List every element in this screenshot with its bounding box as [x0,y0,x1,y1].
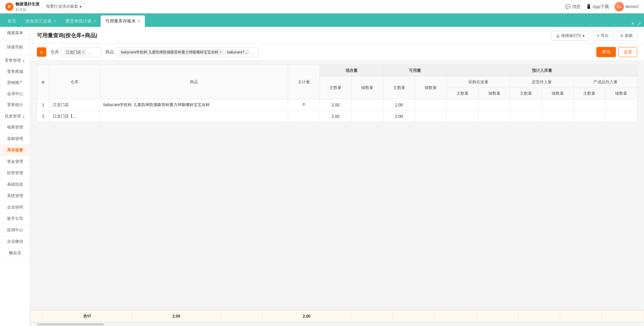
row-products-pending-main [574,111,605,122]
top-bar: 好 畅捷通好生意 标准版 母婴行业演示账套 ▾ 💬 消息 📱 App下载 Ea … [0,0,644,13]
sidebar-item-newbie[interactable]: 新手引导 [0,213,30,224]
sidebar-section-wholesale-header[interactable]: 批发管理 [0,111,30,122]
row-purchase-transit-aux [478,111,510,122]
summary-stock-aux [221,311,263,322]
sidebar-item-wechat[interactable]: 企业微信 [0,236,30,247]
tab-order-stats[interactable]: 要货单统计表 × [61,15,101,27]
row-products-pending-aux [605,99,637,111]
row-available-main: 2.00 [383,111,415,122]
row-available-aux [415,99,447,111]
product-tag-1-close[interactable]: × [219,50,222,54]
row-products-pending-main [574,99,605,111]
sidebar-item-marketing[interactable]: 营销推广 [0,77,30,88]
settings-icon: ⚙ [41,80,45,85]
sidebar-section-system: 系统管理 [0,190,30,202]
query-button[interactable]: 查询 [596,47,616,57]
sidebar-item-retail-stats[interactable]: 零售统计 [0,99,30,110]
app-download-button[interactable]: 📱 App下载 [586,4,609,10]
user-menu[interactable]: Ea demo2 [614,2,639,11]
print-label: 按模板打印 [561,33,581,39]
print-button[interactable]: 🖨 按模板打印 ▾ [551,31,589,41]
filter-toggle-button[interactable]: » [37,47,46,57]
sidebar-search-text[interactable]: 搜索菜单 [3,30,27,36]
col-available-main-header: 主数量 [383,77,415,99]
row-warehouse: 江北门店【... [49,111,100,122]
sidebar-item-operations[interactable]: 经营管理 [0,168,30,179]
tab-available-close[interactable]: × [138,19,140,24]
filter-more-icon[interactable]: ... [88,49,92,55]
product-filter-input[interactable]: babycare学饮杯 儿童防摔防撞吸管杯重力球吸嘴杯宝宝水杯 × babyca… [116,47,258,57]
message-label: 消息 [572,4,581,10]
row-purchase-transit-aux [478,99,510,111]
sidebar-item-member[interactable]: 会员中心 [0,88,30,99]
row-goods-pending-aux [542,99,574,111]
tab-bar-actions: × ⤢ [631,20,641,27]
refresh-label: 刷新 [625,33,633,39]
user-name: demo2 [625,4,639,9]
sidebar-section-retail-header[interactable]: 零售管理 [0,55,30,66]
page-title: 可用量查询(按仓库+商品) [37,32,97,39]
export-label: 导出 [601,33,609,39]
top-bar-left: 好 畅捷通好生意 标准版 母婴行业演示账套 ▾ [5,1,85,12]
sidebar-item-app-center[interactable]: 应用中心 [0,225,30,236]
sidebar-section-enterprise: 企业协同 [0,202,30,213]
row-goods-pending-main [510,99,542,111]
sidebar-item-purchase[interactable]: 采购管理 [0,133,30,144]
warehouse-filter-label: 仓库 [50,49,59,55]
sidebar: 搜索菜单 快捷导航 零售管理 零售商城 营销推广 会员中心 零售统计 批发管理 … [0,27,30,326]
logo-text: 畅捷通好生意 [15,1,40,7]
row-goods-pending-main [510,111,542,122]
summary-goods-pending-main [476,311,518,322]
row-index: 2 [37,111,49,122]
row-purchase-transit-main [447,111,479,122]
col-purchase-transit-main-header: 主数量 [447,88,479,99]
sidebar-section-wholesale: 批发管理 电商管理 [0,111,30,133]
col-purchase-transit-header: 采购在途量 [447,77,510,88]
message-icon: 💬 [565,4,571,9]
row-goods-pending-aux [542,111,574,122]
col-products-pending-header: 产成品待入量 [574,77,637,88]
export-button[interactable]: ↗ 导出 [592,31,613,41]
col-products-pending-main-header: 主数量 [574,88,605,99]
expand-icon[interactable]: ⤢ [637,20,641,27]
sidebar-item-ecommerce[interactable]: 电商管理 [0,122,30,133]
sidebar-section-operations: 经营管理 [0,168,30,179]
tab-order-close[interactable]: × [94,19,96,24]
sidebar-item-basic[interactable]: 基础信息 [0,179,30,190]
horizontal-scrollbar[interactable] [37,323,104,325]
tab-receivable-summary[interactable]: 收发存汇总表 × [21,15,61,27]
sidebar-item-system[interactable]: 系统管理 [0,190,30,201]
filter-actions: 查询 设置 [596,47,637,57]
warehouse-filter-input[interactable]: 江北门店 × ... [61,47,101,57]
table-container[interactable]: ⚙ 仓库 商品 主计量 现存量 可用量 预计入库量 主数量 辅数量 主数量 辅数… [30,61,644,310]
tab-home[interactable]: 首页 [3,15,21,27]
logo-area: 好 畅捷通好生意 标准版 [5,1,40,12]
page-actions: 🖨 按模板打印 ▾ ↗ 导出 ↻ 刷新 [551,31,637,41]
sidebar-item-enterprise[interactable]: 企业协同 [0,202,30,213]
close-all-icon[interactable]: × [631,21,634,27]
tab-available-stock[interactable]: 可用量库存账本 × [101,15,145,27]
product-more-icon[interactable]: ... [251,49,255,55]
row-purchase-transit-main [447,99,479,111]
row-main-unit [288,111,320,122]
refresh-button[interactable]: ↻ 刷新 [616,31,637,41]
col-settings-header[interactable]: ⚙ [37,65,49,99]
sidebar-item-inventory[interactable]: 库存核算 [0,145,30,156]
product-tag-1-value: babycare学饮杯 儿童防摔防撞吸管杯重力球吸嘴杯宝宝水杯 [121,50,218,55]
sidebar-search[interactable]: 搜索菜单 [0,27,30,40]
table-row: 1 江北门店 babycare学饮杯 儿童防摔防撞吸管杯重力球吸嘴杯宝宝水杯 个… [37,99,637,111]
message-button[interactable]: 💬 消息 [565,4,581,10]
col-products-pending-aux-header: 辅数量 [605,88,637,99]
row-index: 1 [37,99,49,111]
col-goods-pending-header: 进货待入量 [510,77,574,88]
tab-receivable-close[interactable]: × [54,19,56,24]
industry-selector[interactable]: 母婴行业演示账套 ▾ [42,2,85,11]
product-filter-group: 商品 babycare学饮杯 儿童防摔防撞吸管杯重力球吸嘴杯宝宝水杯 × bab… [105,47,258,57]
settings-button[interactable]: 设置 [619,47,637,57]
sidebar-item-vip[interactable]: 畅会员 [0,247,30,259]
sidebar-item-finance[interactable]: 资金管理 [0,156,30,167]
warehouse-tag-close[interactable]: × [82,50,84,54]
sidebar-item-retail-mall[interactable]: 零售商城 [0,66,30,77]
sidebar-section-newbie: 新手引导 [0,213,30,225]
sidebar-item-quick-nav[interactable]: 快捷导航 [0,42,30,53]
